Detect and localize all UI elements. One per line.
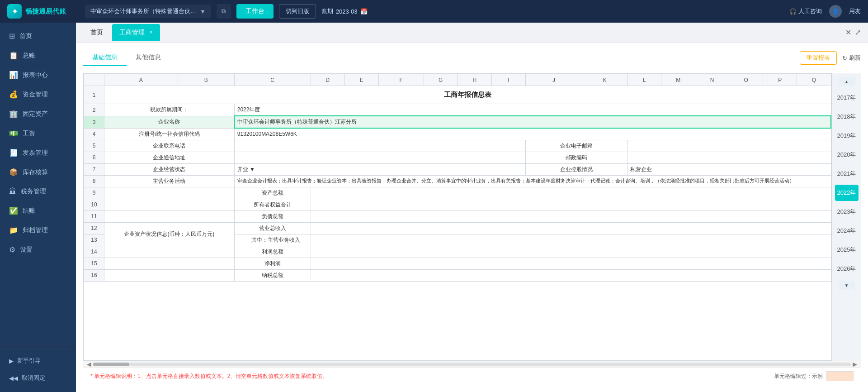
hscroll-right-arrow[interactable]: ▶ [851,361,859,368]
year-item-2023[interactable]: 2023年 [835,204,859,220]
year-item-2024[interactable]: 2024年 [835,223,859,239]
revenue-value[interactable] [311,222,831,234]
funds-icon: 💰 [9,90,18,99]
col-header-o: O [729,74,763,86]
table-row: 5 企业联系电话 企业电子邮箱 [84,140,831,152]
sidebar-item-assets[interactable]: 🏢 固定资产 [0,104,76,124]
new-guide-button[interactable]: ▶ 新手引导 [0,352,76,369]
sidebar-item-funds[interactable]: 💰 资金管理 [0,85,76,104]
equity-label: 所有者权益合计 [234,199,311,210]
subtab-basic[interactable]: 基础信息 [83,50,127,66]
col-header-k: K [582,74,627,86]
settings-icon: ⚙ [9,245,15,254]
sidebar-item-closing[interactable]: ✅ 结账 [0,201,76,220]
table-row: 8 主营业务活动 审查企业会计报表；出具审计报告；验证企业资本；出具验资报告；办… [84,175,831,187]
col-header-l: L [627,74,661,86]
hscroll-track[interactable] [93,363,851,366]
row-num-3: 3 [84,116,104,128]
edited-label: 单元格编辑过：示例 [774,373,823,380]
sidebar-item-home[interactable]: ⊞ 首页 [0,26,76,46]
period-value-cell[interactable]: 2022年度 [234,104,831,116]
calendar-icon[interactable]: 📅 [360,8,368,15]
sidebar-item-archive[interactable]: 📁 归档管理 [0,220,76,240]
year-panel-up-button[interactable]: ▲ [839,77,855,86]
company-name-value[interactable]: 中审众环会计师事务所（特殊普通合伙）江苏分所 [234,116,831,128]
period-value: 2023-03 [336,8,358,15]
equity-value[interactable] [311,199,831,210]
total-profit-label: 利润总额 [234,246,311,258]
subtab-other[interactable]: 其他信息 [127,50,170,66]
net-profit-value[interactable] [311,258,831,269]
year-item-2018[interactable]: 2018年 [835,109,859,125]
business-value[interactable]: 审查企业会计报表；出具审计报告；验证企业资本；出具验资报告；办理企业合并、分立、… [234,175,831,187]
tab-close-icon[interactable]: × [149,29,153,36]
copy-button[interactable]: ⧉ [217,4,231,19]
year-item-2022[interactable]: 2022年 [835,185,859,201]
reg-value[interactable]: 91320100MA208E5W6K [234,128,831,140]
service-label: 人工咨询 [798,7,822,15]
liabilities-value[interactable] [311,210,831,222]
year-item-2021[interactable]: 2021年 [835,166,859,182]
holding-value[interactable]: 私营企业 [627,163,831,175]
year-item-2025[interactable]: 2025年 [835,242,859,258]
total-assets-value[interactable] [311,187,831,199]
row-num-9: 9 [84,187,104,199]
window-close-button[interactable]: ✕ [845,28,851,37]
unpin-button[interactable]: ◀◀ 取消固定 [0,369,76,387]
tab-home[interactable]: 首页 [83,24,110,41]
sidebar-item-salary[interactable]: 💵 工资 [0,124,76,143]
data-table: A B C D E F G H I J K L [84,74,831,282]
total-tax-value[interactable] [311,269,831,281]
email-value[interactable] [627,140,831,152]
status-value[interactable]: 开业 ▼ [234,163,525,175]
email-label: 企业电子邮箱 [525,140,627,152]
reset-label: 重置报表 [807,54,830,61]
postal-value[interactable] [627,152,831,163]
company-selector[interactable]: 中审众环会计师事务所（特殊普通合伙… ▼ [85,5,211,18]
year-panel-down-button[interactable]: ▼ [839,281,855,290]
tab-business[interactable]: 工商管理 × [112,24,160,41]
col-header-i: I [491,74,525,86]
sidebar-item-reports[interactable]: 📊 报表中心 [0,65,76,85]
sidebar-item-invoice[interactable]: 🧾 发票管理 [0,143,76,163]
unpin-label: 取消固定 [22,374,45,382]
phone-value[interactable] [234,140,525,152]
address-value[interactable] [234,152,525,163]
main-revenue-label: 其中：主营业务收入 [234,234,311,246]
year-item-2019[interactable]: 2019年 [835,128,859,144]
table-row: 15 净利润 [84,258,831,269]
sidebar-item-settings[interactable]: ⚙ 设置 [0,240,76,259]
service-button[interactable]: 🎧 人工咨询 [789,7,822,15]
switch-version-button[interactable]: 切到旧版 [279,4,316,19]
main-revenue-value[interactable] [311,234,831,246]
logo-icon: ✦ [7,4,22,19]
table-row: 6 企业通信地址 邮政编码 [84,152,831,163]
window-expand-button[interactable]: ⤢ [855,28,861,37]
sidebar-item-ledger[interactable]: 📋 总账 [0,46,76,65]
reset-report-button[interactable]: 重置报表 [800,51,837,65]
col-header-num [84,74,104,86]
sidebar-item-tax[interactable]: 🏛 税务管理 [0,182,76,201]
horizontal-scrollbar[interactable]: ◀ ▶ [83,361,861,367]
refresh-icon: ↻ [842,55,847,62]
user-avatar: 👤 [829,5,842,18]
home-icon: ⊞ [9,32,15,40]
year-item-2020[interactable]: 2020年 [835,147,859,163]
table-title: 工商年报信息表 [104,86,831,104]
sidebar-label-ledger: 总账 [23,52,35,60]
workbench-button[interactable]: 工作台 [236,4,274,19]
hscroll-thumb[interactable] [93,363,129,366]
sub-tabs: 基础信息 其他信息 重置报表 ↻ 刷新 [83,50,861,66]
year-item-2026[interactable]: 2026年 [835,261,859,277]
year-item-2017[interactable]: 2017年 [835,90,859,106]
refresh-button[interactable]: ↻ 刷新 [842,51,861,65]
row-num-10: 10 [84,199,104,210]
total-profit-value[interactable] [311,246,831,258]
hscroll-left-arrow[interactable]: ◀ [85,361,93,368]
spreadsheet-container[interactable]: A B C D E F G H I J K L [83,73,832,361]
new-guide-label: 新手引导 [17,357,41,365]
sidebar: ⊞ 首页 📋 总账 📊 报表中心 💰 资金管理 🏢 固定资产 💵 工资 [0,23,76,392]
total-assets-label: 资产总额 [234,187,311,199]
sidebar-item-inventory[interactable]: 📦 库存核算 [0,163,76,182]
col-header-p: P [763,74,797,86]
